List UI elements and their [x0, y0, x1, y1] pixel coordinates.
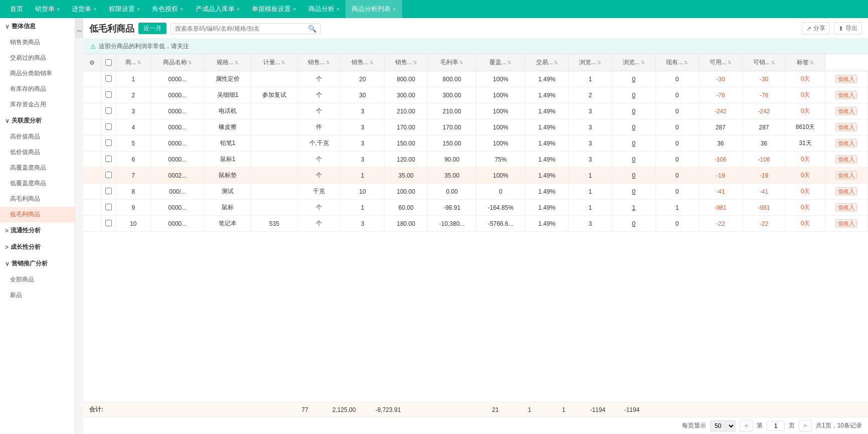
col-coverage[interactable]: 覆盖...⇅	[476, 54, 526, 71]
cell-gross-margin: -5766.6...	[476, 216, 526, 232]
sidebar-item-高覆盖度商品[interactable]: 高覆盖度商品	[0, 160, 75, 176]
search-input[interactable]	[175, 25, 308, 32]
sidebar-group-营销推广分析[interactable]: ∨营销推广分析	[0, 255, 75, 272]
sidebar-item-全部商品[interactable]: 全部商品	[0, 272, 75, 287]
col-sales-amount[interactable]: 销售...⇅	[384, 54, 428, 71]
sidebar-item-新品[interactable]: 新品	[0, 287, 75, 303]
cell-empty[interactable]	[83, 152, 101, 168]
col-browse1[interactable]: 浏览...⇅	[569, 54, 612, 71]
col-tag[interactable]: 标签⇅	[786, 54, 825, 71]
col-unit[interactable]: 计量...⇅	[251, 54, 297, 71]
share-button[interactable]: ↗ 分享	[802, 22, 830, 35]
sidebar-group-整体信息[interactable]: ∨整体信息	[0, 18, 75, 35]
cell-empty[interactable]	[83, 103, 101, 119]
cell-no: 7	[116, 168, 150, 184]
sidebar-item-低覆盖度商品[interactable]: 低覆盖度商品	[0, 176, 75, 191]
cell-empty[interactable]	[83, 119, 101, 135]
close-icon[interactable]: ×	[336, 6, 339, 12]
prev-page-btn[interactable]: ＜	[740, 420, 753, 431]
cell-checkbox[interactable]	[101, 103, 116, 119]
per-page-select[interactable]: 50 20 100	[710, 420, 736, 431]
nav-item-单据模板设置[interactable]: 单据模板设置×	[246, 0, 302, 18]
cell-empty[interactable]	[83, 135, 101, 152]
nav-item-角色授权[interactable]: 角色授权×	[146, 0, 189, 18]
col-current[interactable]: 现有...⇅	[655, 54, 699, 71]
nav-item-商品分析列表[interactable]: 商品分析列表×	[345, 0, 402, 18]
close-icon[interactable]: ×	[137, 6, 140, 12]
col-spec[interactable]: 规格...⇅	[205, 54, 251, 71]
sidebar-item-销售类商品[interactable]: 销售类商品	[0, 35, 75, 50]
col-name[interactable]: 商品名称⇅	[150, 54, 205, 71]
cell-checkbox[interactable]	[101, 87, 116, 103]
close-icon[interactable]: ×	[393, 6, 396, 12]
row-checkbox[interactable]	[105, 156, 112, 162]
col-sales-price[interactable]: 销售...⇅	[341, 54, 385, 71]
cell-empty[interactable]	[83, 87, 101, 103]
sidebar-item-高价值商品[interactable]: 高价值商品	[0, 129, 75, 144]
row-checkbox[interactable]	[105, 220, 112, 226]
page-number-input[interactable]	[767, 421, 785, 431]
select-all-checkbox[interactable]	[105, 59, 112, 66]
col-checkbox[interactable]	[101, 54, 116, 71]
cell-browse2: 0	[655, 87, 699, 103]
cell-checkbox[interactable]	[101, 71, 116, 87]
nav-item-商品分析[interactable]: 商品分析×	[302, 0, 345, 18]
sidebar-collapse-btn[interactable]: 《	[75, 18, 83, 38]
row-checkbox[interactable]	[105, 91, 112, 98]
close-icon[interactable]: ×	[180, 6, 183, 12]
cell-checkbox[interactable]	[101, 152, 116, 168]
sidebar-item-低毛利商品[interactable]: 低毛利商品	[0, 207, 75, 222]
sidebar-group-关联度分析[interactable]: ∨关联度分析	[0, 112, 75, 129]
sidebar-item-交易过的商品[interactable]: 交易过的商品	[0, 50, 75, 66]
sidebar-item-高毛利商品[interactable]: 高毛利商品	[0, 191, 75, 207]
col-browse2[interactable]: 浏览...⇅	[612, 54, 655, 71]
nav-item-进货单[interactable]: 进货单×	[66, 0, 102, 18]
cell-checkbox[interactable]	[101, 135, 116, 152]
close-icon[interactable]: ×	[293, 6, 296, 12]
col-transaction[interactable]: 交易...⇅	[525, 54, 569, 71]
cell-checkbox[interactable]	[101, 200, 116, 216]
col-settings[interactable]: ⚙	[83, 54, 101, 71]
col-gross-margin[interactable]: 毛利率⇅	[428, 54, 476, 71]
row-checkbox[interactable]	[105, 139, 112, 146]
close-icon[interactable]: ×	[237, 6, 240, 12]
sidebar-item-库存资金占用[interactable]: 库存资金占用	[0, 97, 75, 112]
sidebar-item-有库存的商品[interactable]: 有库存的商品	[0, 81, 75, 97]
cell-empty[interactable]	[83, 71, 101, 87]
row-checkbox[interactable]	[105, 107, 112, 114]
export-icon: ⬆	[838, 25, 843, 32]
nav-item-首页[interactable]: 首页	[4, 0, 29, 18]
cell-checkbox[interactable]	[101, 184, 116, 200]
col-sellable[interactable]: 可销...⇅	[742, 54, 786, 71]
col-available[interactable]: 可用...⇅	[699, 54, 743, 71]
nav-item-产成品入库单[interactable]: 产成品入库单×	[190, 0, 246, 18]
cell-checkbox[interactable]	[101, 119, 116, 135]
cell-empty[interactable]	[83, 216, 101, 232]
search-icon[interactable]: 🔍	[308, 25, 316, 33]
row-checkbox[interactable]	[105, 204, 112, 210]
cell-empty[interactable]	[83, 184, 101, 200]
cell-empty[interactable]	[83, 200, 101, 216]
cell-gross-margin: -164.85%	[476, 200, 526, 216]
cell-checkbox[interactable]	[101, 168, 116, 184]
row-checkbox[interactable]	[105, 123, 112, 130]
row-checkbox[interactable]	[105, 172, 112, 178]
cell-checkbox[interactable]	[101, 216, 116, 232]
cell-empty[interactable]	[83, 168, 101, 184]
next-page-btn[interactable]: ＞	[799, 420, 812, 431]
row-checkbox[interactable]	[105, 75, 112, 82]
col-sales-qty[interactable]: 销售...⇅	[297, 54, 341, 71]
sidebar-item-商品分类助销率[interactable]: 商品分类助销率	[0, 66, 75, 81]
export-button[interactable]: ⬆ 导出	[834, 22, 862, 35]
date-filter-button[interactable]: 近一月	[138, 23, 166, 34]
sidebar-group-label: 流通性分析	[11, 226, 41, 235]
sidebar-group-流通性分析[interactable]: >流通性分析	[0, 222, 75, 239]
sidebar-item-低价值商品[interactable]: 低价值商品	[0, 144, 75, 160]
row-checkbox[interactable]	[105, 188, 112, 194]
close-icon[interactable]: ×	[57, 6, 60, 12]
nav-item-权限设置[interactable]: 权限设置×	[103, 0, 146, 18]
col-code[interactable]: 商...⇅	[116, 54, 150, 71]
nav-item-销货单[interactable]: 销货单×	[29, 0, 66, 18]
close-icon[interactable]: ×	[93, 6, 96, 12]
sidebar-group-成长性分析[interactable]: >成长性分析	[0, 239, 75, 255]
